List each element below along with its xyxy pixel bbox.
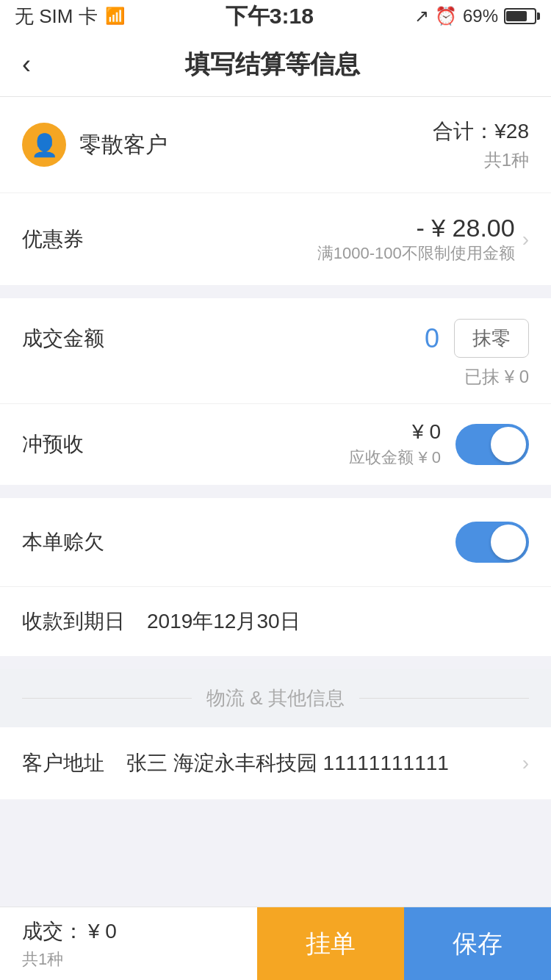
precollect-amount: ¥ 0 <box>349 420 441 444</box>
address-value: 张三 海淀永丰科技园 11111111111 <box>126 749 500 777</box>
address-row[interactable]: 客户地址 张三 海淀永丰科技园 11111111111 › <box>0 727 551 799</box>
coupon-desc: 满1000-100不限制使用金额 <box>317 242 515 264</box>
coupon-amount: - ¥ 28.00 <box>317 214 515 242</box>
due-date-value: 2019年12月30日 <box>147 608 300 635</box>
status-right: ↗ ⏰ 69% <box>414 6 536 26</box>
sim-status: 无 SIM 卡 <box>15 4 98 29</box>
toggle-knob <box>491 427 526 462</box>
bottom-deal-label: 成交： <box>22 918 84 945</box>
logistics-divider: 物流 & 其他信息 <box>22 685 529 711</box>
address-section: 客户地址 张三 海淀永丰科技园 11111111111 › <box>0 727 551 799</box>
nav-bar: ‹ 填写结算等信息 <box>0 32 551 97</box>
precollect-right: ¥ 0 应收金额 ¥ 0 <box>349 420 529 469</box>
status-left: 无 SIM 卡 📶 <box>15 4 125 29</box>
credit-toggle-knob <box>491 525 526 560</box>
coupon-chevron-icon: › <box>522 228 529 251</box>
customer-right: 合计：¥28 共1种 <box>433 118 529 172</box>
credit-section: 本单赊欠 收款到期日 2019年12月30日 <box>0 498 551 656</box>
deal-section: 成交金额 0 抹零 已抹 ¥ 0 冲预收 ¥ 0 应收金额 ¥ 0 <box>0 298 551 485</box>
deal-value: 0 <box>425 323 439 354</box>
precollect-label: 冲预收 <box>22 430 84 458</box>
precollect-sub: 应收金额 ¥ 0 <box>349 447 441 469</box>
address-label: 客户地址 <box>22 749 104 777</box>
back-button[interactable]: ‹ <box>22 49 31 80</box>
coupon-label: 优惠券 <box>22 226 84 253</box>
deal-right: 0 抹零 <box>425 319 529 358</box>
customer-name: 零散客户 <box>79 130 168 160</box>
bottom-bar: 成交： ¥ 0 共1种 挂单 保存 <box>0 907 551 980</box>
customer-count: 共1种 <box>433 148 529 172</box>
customer-section: 👤 零散客户 合计：¥28 共1种 优惠券 - ¥ 28.00 满1000-10… <box>0 97 551 285</box>
precollect-row: 冲预收 ¥ 0 应收金额 ¥ 0 <box>0 403 551 485</box>
battery-percent: 69% <box>463 6 498 26</box>
status-bar: 无 SIM 卡 📶 下午3:18 ↗ ⏰ 69% <box>0 0 551 32</box>
hold-button[interactable]: 挂单 <box>257 907 404 980</box>
precollect-toggle[interactable] <box>455 424 529 465</box>
bottom-deal-row: 成交： ¥ 0 <box>22 918 235 945</box>
customer-total: 合计：¥28 <box>433 118 529 145</box>
credit-toggle[interactable] <box>455 522 529 563</box>
wifi-icon: 📶 <box>105 7 125 26</box>
due-date-row: 收款到期日 2019年12月30日 <box>0 586 551 656</box>
deal-sub: 已抹 ¥ 0 <box>0 365 551 403</box>
credit-label: 本单赊欠 <box>22 528 104 556</box>
logistics-label: 物流 & 其他信息 <box>206 685 345 711</box>
status-time: 下午3:18 <box>226 1 314 32</box>
customer-left: 👤 零散客户 <box>22 123 168 167</box>
round-button[interactable]: 抹零 <box>454 319 529 358</box>
coupon-right: - ¥ 28.00 满1000-100不限制使用金额 › <box>317 214 529 264</box>
precollect-values: ¥ 0 应收金额 ¥ 0 <box>349 420 441 469</box>
coupon-row[interactable]: 优惠券 - ¥ 28.00 满1000-100不限制使用金额 › <box>0 192 551 285</box>
coupon-info: - ¥ 28.00 满1000-100不限制使用金额 <box>317 214 515 264</box>
location-icon: ↗ <box>414 6 429 26</box>
deal-row: 成交金额 0 抹零 <box>0 298 551 365</box>
page-title: 填写结算等信息 <box>46 48 500 82</box>
bottom-info: 成交： ¥ 0 共1种 <box>0 907 257 980</box>
due-date-label: 收款到期日 <box>22 608 125 635</box>
address-chevron-icon: › <box>522 752 529 775</box>
bottom-count: 共1种 <box>22 948 235 970</box>
bottom-deal-value: ¥ 0 <box>88 920 117 943</box>
battery-fill <box>506 11 527 21</box>
alarm-icon: ⏰ <box>435 6 457 26</box>
avatar: 👤 <box>22 123 66 167</box>
customer-row: 👤 零散客户 合计：¥28 共1种 <box>0 97 551 192</box>
battery-icon <box>504 8 536 24</box>
save-button[interactable]: 保存 <box>404 907 551 980</box>
logistics-section: 物流 & 其他信息 <box>0 669 551 727</box>
deal-label: 成交金额 <box>22 325 104 353</box>
credit-row: 本单赊欠 <box>0 498 551 586</box>
